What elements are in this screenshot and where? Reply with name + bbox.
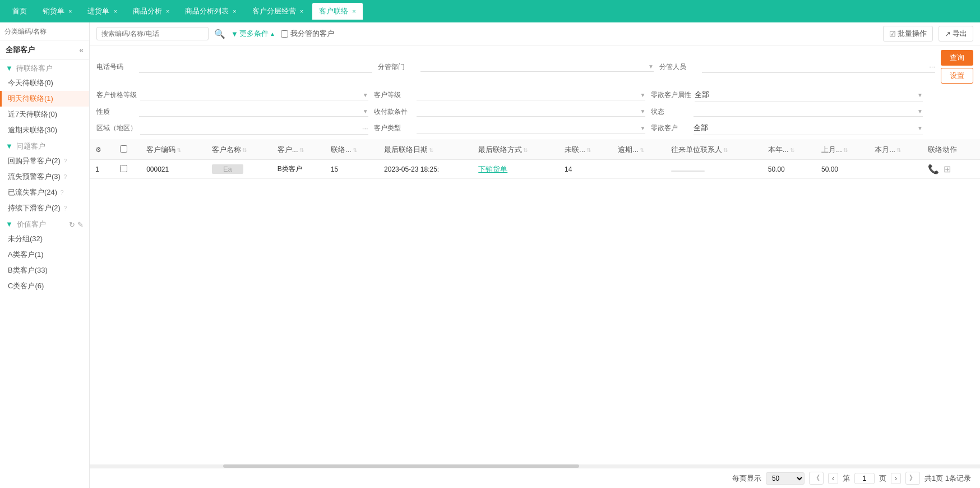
nav-close-purchase[interactable]: × <box>113 8 117 15</box>
retail-customer-select[interactable]: 全部 ▼ <box>694 121 923 135</box>
filter-cell-payment: 收付款条件 ▼ <box>374 107 646 117</box>
cell-uncontacted: 14 <box>559 160 612 179</box>
page-number-input[interactable] <box>854 473 875 484</box>
main-layout: 🔍 全部客户 « ▼ 待联络客户 今天待联络(0) 明天待联络(1) 近7天待联… <box>0 22 980 488</box>
sidebar-item-churn-warning[interactable]: 流失预警客户(3) ? <box>0 169 89 185</box>
customer-type-select[interactable]: ▼ <box>417 123 646 133</box>
nav-item-customer-contact[interactable]: 客户联络 × <box>312 3 362 20</box>
sidebar-item-abnormal[interactable]: 回购异常客户(2) ? <box>0 153 89 169</box>
sidebar-item-ungrouped[interactable]: 未分组(32) <box>0 231 89 247</box>
sidebar-search-input[interactable] <box>4 27 89 35</box>
col-last-contact-method[interactable]: 最后联络方式⇅ <box>473 140 559 160</box>
total-records-label: 共1页 1条记录 <box>924 473 971 484</box>
col-this-month[interactable]: 本月...⇅ <box>869 140 922 160</box>
search-input[interactable] <box>96 27 209 40</box>
prev-page-btn[interactable]: ‹ <box>828 473 838 484</box>
nav-close-product-list[interactable]: × <box>233 8 236 15</box>
nav-close-contact[interactable]: × <box>352 8 355 15</box>
action-icons: 📞 ⊞ <box>928 164 974 174</box>
cell-last-contact-date: 2023-05-23 18:25: <box>378 160 473 179</box>
sort-icon-lm: ⇅ <box>843 147 848 153</box>
export-btn[interactable]: ↗ 导出 <box>939 26 973 42</box>
cell-checkbox[interactable] <box>114 160 141 179</box>
filter-row-3: 性质 ▼ 收付款条件 ▼ 状态 <box>96 107 973 117</box>
sidebar-item-declining[interactable]: 持续下滑客户(2) ? <box>0 200 89 216</box>
filter-cell-retail-customer: 零散客户 全部 ▼ <box>651 121 923 135</box>
select-all-checkbox[interactable] <box>120 145 127 153</box>
sort-icon-cp: ⇅ <box>723 147 728 153</box>
phone-input[interactable] <box>139 61 372 73</box>
sidebar-item-class-b[interactable]: B类客户(33) <box>0 263 89 278</box>
col-overdue[interactable]: 逾期...⇅ <box>612 140 665 160</box>
nav-close-stratification[interactable]: × <box>300 8 303 15</box>
region-select[interactable]: ··· <box>140 122 368 135</box>
query-button[interactable]: 查询 <box>941 50 973 66</box>
sidebar-value-edit-icon[interactable]: ✎ <box>77 220 84 229</box>
dept-select[interactable]: ▼ <box>420 62 654 72</box>
page-size-select[interactable]: 50 10 20 100 <box>766 472 805 485</box>
col-last-contact-date[interactable]: 最后联络日期⇅ <box>378 140 473 160</box>
my-customers-checkbox[interactable] <box>281 30 288 38</box>
cell-last-contact-method[interactable]: 下销货单 <box>473 160 559 179</box>
cell-action: 📞 ⊞ <box>922 160 980 179</box>
col-name[interactable]: 客户名称⇅ <box>206 140 272 160</box>
nav-close-sales[interactable]: × <box>68 8 72 15</box>
sidebar-item-overdue[interactable]: 逾期未联络(30) <box>0 122 89 138</box>
nav-item-product-analysis[interactable]: 商品分析 × <box>126 3 176 20</box>
phone-action-icon[interactable]: 📞 <box>928 164 939 174</box>
customer-level-select[interactable]: ▼ <box>417 90 646 100</box>
row-checkbox[interactable] <box>120 165 127 172</box>
sidebar-value-refresh-icon[interactable]: ↻ <box>69 220 75 229</box>
nature-select[interactable]: ▼ <box>139 107 368 117</box>
first-page-btn[interactable]: 《 <box>809 472 824 485</box>
col-checkbox[interactable] <box>114 140 141 160</box>
sidebar-all-customers[interactable]: 全部客户 « <box>0 40 89 60</box>
sidebar-item-class-c[interactable]: C类客户(6) <box>0 278 89 294</box>
sort-icon-tm: ⇅ <box>896 147 901 153</box>
sidebar-item-tomorrow[interactable]: 明天待联络(1) <box>0 91 89 107</box>
next-page-btn[interactable]: › <box>891 473 901 484</box>
col-code[interactable]: 客户编码⇅ <box>141 140 206 160</box>
sidebar-item-today[interactable]: 今天待联络(0) <box>0 75 89 91</box>
nav-item-sales[interactable]: 销货单 × <box>36 3 78 20</box>
sort-icon-lcm: ⇅ <box>523 147 528 153</box>
grid-action-icon[interactable]: ⊞ <box>944 164 951 174</box>
sidebar-item-class-a[interactable]: A类客户(1) <box>0 247 89 263</box>
nav-item-product-list[interactable]: 商品分析列表 × <box>178 3 243 20</box>
pagination-bar: 每页显示 50 10 20 100 《 ‹ 第 页 › 》 共1页 1条记录 <box>90 468 980 488</box>
retail-attr-select[interactable]: 全部 ▼ <box>695 88 923 102</box>
col-uncontacted[interactable]: 未联...⇅ <box>559 140 612 160</box>
nav-item-customer-stratification[interactable]: 客户分层经营 × <box>246 3 310 20</box>
more-conditions-btn[interactable]: ▼ 更多条件 ▲ <box>231 29 275 39</box>
sidebar-collapse-icon[interactable]: « <box>79 45 84 54</box>
col-category[interactable]: 客户...⇅ <box>272 140 325 160</box>
sort-icon-ty: ⇅ <box>790 147 794 153</box>
nav-item-purchase[interactable]: 进货单 × <box>81 3 123 20</box>
last-page-btn[interactable]: 》 <box>905 472 920 485</box>
col-contact-person[interactable]: 往来单位联系人⇅ <box>665 140 762 160</box>
my-customers-checkbox-container[interactable]: 我分管的客户 <box>281 29 334 39</box>
customers-table: ⚙ 客户编码⇅ 客户名称⇅ 客户...⇅ 联络...⇅ 最后联络日期⇅ 最后联络… <box>90 140 980 179</box>
sort-icon-uncontacted: ⇅ <box>586 147 591 153</box>
price-level-select[interactable]: ▼ <box>140 90 368 100</box>
col-action: 联络动作 <box>922 140 980 160</box>
person-select[interactable]: ··· <box>702 61 935 73</box>
col-last-month[interactable]: 上月...⇅ <box>816 140 869 160</box>
nav-close-product-analysis[interactable]: × <box>166 8 169 15</box>
col-this-year[interactable]: 本年...⇅ <box>762 140 816 160</box>
batch-operations-btn[interactable]: ☑ 批量操作 <box>883 26 933 42</box>
filter-cell-customer-type: 客户类型 ▼ <box>374 123 646 133</box>
page-size-label: 每页显示 <box>732 473 761 484</box>
cell-name: Ea <box>206 160 272 179</box>
sidebar-item-7days[interactable]: 近7天待联络(0) <box>0 107 89 122</box>
top-nav: 首页 销货单 × 进货单 × 商品分析 × 商品分析列表 × 客户分层经营 × … <box>0 0 980 22</box>
sidebar-item-churned[interactable]: 已流失客户(24) ? <box>0 185 89 200</box>
nav-home[interactable]: 首页 <box>6 3 34 20</box>
settings-button[interactable]: 设置 <box>941 68 973 84</box>
col-contacts[interactable]: 联络...⇅ <box>325 140 378 160</box>
status-select[interactable]: ▼ <box>694 107 923 117</box>
col-settings[interactable]: ⚙ <box>90 140 114 160</box>
region-label: 区域（地区） <box>96 123 137 133</box>
payment-select[interactable]: ▼ <box>417 107 646 117</box>
search-button[interactable]: 🔍 <box>214 29 225 39</box>
